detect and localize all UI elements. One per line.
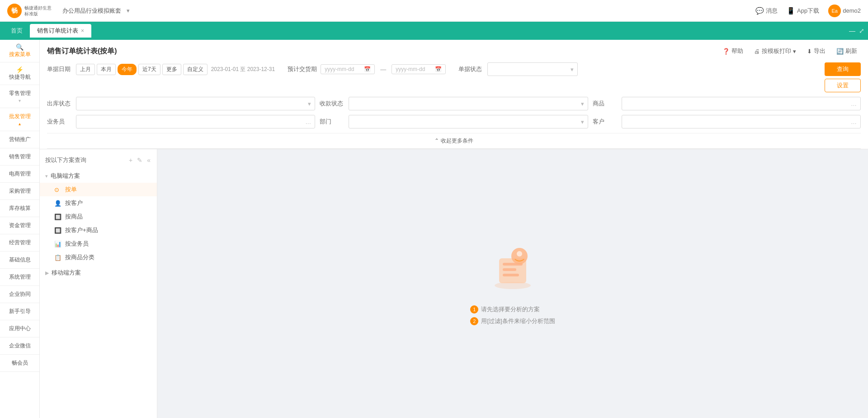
newuser-label: 新手引导: [9, 308, 31, 315]
department-select[interactable]: ▾: [349, 115, 588, 128]
sidebar-item-appcenter[interactable]: 应用中心: [0, 320, 39, 337]
customer-cell: 客户 …: [593, 115, 861, 128]
filter-row-3: 业务员 … 部门 ▾ 客户: [47, 115, 861, 128]
scheme-item-goods-label: 按商品: [65, 213, 83, 221]
hint-2-text: 用[过滤]条件来缩小分析范围: [481, 315, 555, 327]
header-title: 办公用品行业模拟账套: [62, 7, 121, 15]
sidebar-item-operation[interactable]: 经营管理: [0, 234, 39, 252]
bill-status-label: 单据状态: [458, 65, 484, 73]
header-right: 💬 消息 📱 App下载 Ea demo2: [755, 5, 861, 17]
hint-2-num: 2: [470, 317, 478, 325]
sidebar-item-retail[interactable]: 零售管理 ▾: [0, 85, 39, 108]
date-btn-7days[interactable]: 近7天: [138, 64, 160, 75]
date-btn-this-year[interactable]: 今年: [118, 64, 137, 75]
scheme-item-bill-label: 按单: [65, 185, 77, 194]
refresh-btn[interactable]: 🔄 刷新: [833, 45, 861, 57]
purchase-label: 采购管理: [9, 187, 31, 195]
date-btn-last-month[interactable]: 上月: [76, 64, 95, 75]
date-btn-more[interactable]: 更多: [162, 64, 181, 75]
tab-maximize-btn[interactable]: ⤢: [859, 27, 864, 34]
sidebar-item-wechat[interactable]: 企业微信: [0, 337, 39, 355]
sidebar-item-system[interactable]: 系统管理: [0, 269, 39, 286]
sidebar-item-basic[interactable]: 基础信息: [0, 252, 39, 269]
scheme-add-btn[interactable]: +: [128, 156, 133, 165]
date-btn-custom[interactable]: 自定义: [183, 64, 208, 75]
scheme-group-mobile-title[interactable]: ▶ 移动端方案: [40, 266, 157, 280]
scheme-item-icon-goods: 🔲: [54, 214, 61, 220]
user-area[interactable]: Ea demo2: [828, 5, 861, 17]
scheme-item-by-customer[interactable]: 👤 按客户: [40, 196, 157, 210]
refresh-label: 刷新: [845, 47, 857, 55]
customer-ellipsis: …: [851, 119, 857, 125]
export-btn[interactable]: ⬇ 导出: [803, 45, 829, 57]
goods-cell: 商品 …: [593, 97, 861, 110]
expected-date-label: 预计交货期: [288, 65, 317, 73]
tab-home[interactable]: 首页: [4, 24, 30, 38]
sidebar-item-inventory[interactable]: 库存核算: [0, 200, 39, 217]
scheme-group-arrow-mobile: ▶: [45, 270, 49, 276]
search-btn[interactable]: 查询: [825, 62, 861, 76]
scheme-item-by-salesperson[interactable]: 📊 按业务员: [40, 237, 157, 251]
hint-1-text: 请先选择要分析的方案: [481, 304, 540, 315]
export-label: 导出: [814, 47, 826, 55]
message-label: 消息: [766, 7, 778, 15]
sidebar-item-sales[interactable]: 销售管理: [0, 148, 39, 166]
scheme-item-by-customer-goods[interactable]: 🔲 按客户+商品: [40, 223, 157, 237]
bill-status-arrow: ▾: [571, 66, 574, 73]
goods-input[interactable]: …: [622, 97, 861, 110]
scheme-title: 按以下方案查询: [45, 156, 86, 164]
message-action[interactable]: 💬 消息: [755, 7, 778, 15]
collapse-btn[interactable]: ⌃ 收起更多条件: [434, 137, 473, 145]
empty-hint-1: 1 请先选择要分析的方案: [470, 304, 555, 315]
sidebar: 🔍 搜索菜单 ⚡ 快捷导航 零售管理 ▾ 批发管理 ▴ 营销推广 销售管理 电商…: [0, 40, 40, 418]
scheme-edit-btn[interactable]: ✎: [136, 156, 143, 165]
tab-minimize-btn[interactable]: —: [849, 27, 855, 34]
scheme-collapse-btn[interactable]: «: [146, 156, 151, 165]
message-icon: 💬: [755, 7, 764, 15]
setting-btn[interactable]: 设置: [825, 79, 861, 92]
goods-label: 商品: [593, 100, 618, 108]
scheme-group-pc-title[interactable]: ▾ 电脑端方案: [40, 169, 157, 183]
sidebar-item-marketing[interactable]: 营销推广: [0, 131, 39, 148]
customer-input[interactable]: …: [622, 115, 861, 128]
page-top-area: 销售订单统计表(按单) ❓ 帮助 🖨 按模板打印 ▾ ⬇ 导出: [40, 40, 868, 149]
sidebar-item-finance[interactable]: 资金管理: [0, 217, 39, 234]
sidebar-item-newuser[interactable]: 新手引导: [0, 303, 39, 320]
ship-status-select[interactable]: ▾: [76, 97, 315, 110]
header-dropdown-icon[interactable]: ▾: [127, 7, 130, 14]
salesperson-label: 业务员: [47, 118, 72, 126]
sidebar-item-ecommerce[interactable]: 电商管理: [0, 166, 39, 183]
sidebar-item-enterprise[interactable]: 企业协同: [0, 286, 39, 303]
salesperson-ellipsis: …: [305, 119, 311, 125]
receipt-status-select[interactable]: ▾: [349, 97, 588, 110]
template-print-btn[interactable]: 🖨 按模板打印 ▾: [750, 45, 800, 57]
svg-rect-3: [503, 268, 516, 271]
date-btn-this-month[interactable]: 本月: [97, 64, 116, 75]
scheme-item-by-category[interactable]: 📋 按商品分类: [40, 251, 157, 264]
bill-date-label: 单据日期: [47, 65, 72, 73]
operation-label: 经营管理: [9, 239, 31, 247]
sidebar-quick-nav[interactable]: ⚡ 快捷导航: [0, 62, 39, 85]
ship-status-cell: 出库状态 ▾: [47, 97, 315, 110]
tab-sales-order[interactable]: 销售订单统计表 ×: [30, 24, 91, 38]
help-btn[interactable]: ❓ 帮助: [719, 45, 747, 57]
salesperson-input[interactable]: …: [76, 115, 315, 128]
scheme-item-by-bill[interactable]: ⊙ 按单: [40, 183, 157, 196]
page-title-row: 销售订单统计表(按单) ❓ 帮助 🖨 按模板打印 ▾ ⬇ 导出: [47, 45, 861, 57]
bill-status-select[interactable]: ▾: [487, 62, 578, 76]
expected-date-end[interactable]: yyyy-mm-dd 📅: [392, 64, 446, 74]
scheme-item-category-label: 按商品分类: [65, 253, 94, 261]
expected-date-start[interactable]: yyyy-mm-dd 📅: [321, 64, 375, 74]
ecommerce-label: 电商管理: [9, 170, 31, 178]
avatar: Ea: [828, 5, 841, 17]
sidebar-item-member[interactable]: 畅会员: [0, 355, 39, 372]
app-download-action[interactable]: 📱 App下载: [787, 7, 819, 15]
tab-close-icon[interactable]: ×: [81, 28, 84, 34]
sidebar-item-purchase[interactable]: 采购管理: [0, 183, 39, 200]
template-print-icon: 🖨: [754, 48, 760, 55]
sidebar-search[interactable]: 🔍 搜索菜单: [0, 40, 39, 62]
scheme-item-by-goods[interactable]: 🔲 按商品: [40, 210, 157, 223]
sidebar-item-wholesale[interactable]: 批发管理 ▴: [0, 108, 39, 131]
retail-label: 零售管理: [9, 90, 31, 97]
scheme-item-icon-bill: ⊙: [54, 186, 61, 193]
